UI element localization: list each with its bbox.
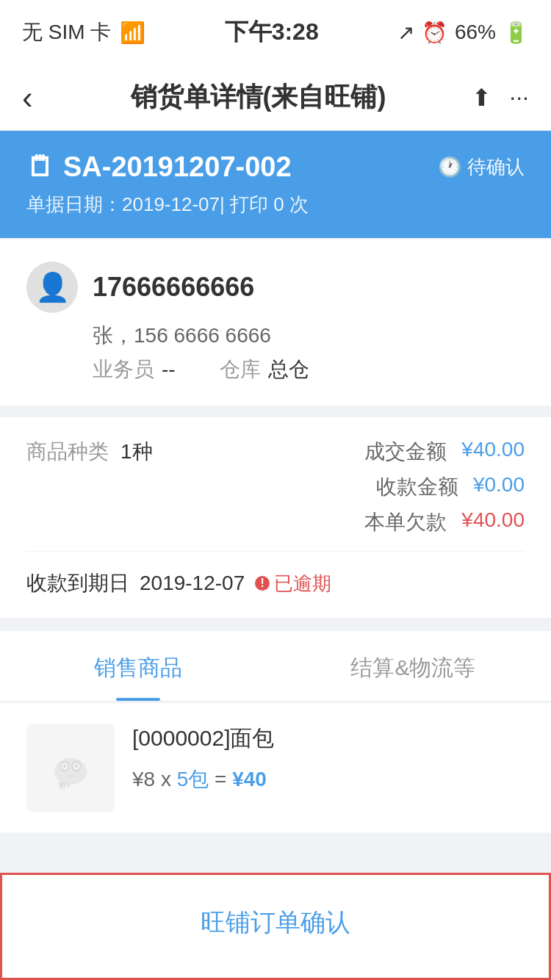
status-time: 下午3:28	[225, 16, 319, 48]
tab-products-label: 销售商品	[94, 655, 182, 680]
alarm-icon: ⏰	[422, 21, 447, 45]
arrears-value: ¥40.00	[461, 508, 525, 536]
carrier-label: 无 SIM 卡	[22, 18, 111, 46]
product-price: ¥8 x	[132, 768, 177, 790]
product-list: 野+ [0000002]面包 ¥8 x 5包 = ¥40	[0, 703, 551, 833]
svg-text:野+: 野+	[59, 782, 71, 790]
sales-rep-value: --	[162, 358, 176, 381]
product-type-value: 1种	[120, 438, 153, 466]
location-icon: ↗	[397, 21, 414, 45]
order-date-info: 单据日期：2019-12-07| 打印 0 次	[26, 192, 525, 217]
product-thumbnail-icon: 野+	[41, 746, 100, 790]
product-type-label: 商品种类	[26, 438, 109, 466]
battery-icon: 🔋	[503, 21, 529, 45]
clock-icon: 🕐	[438, 156, 461, 179]
divider-2	[0, 618, 551, 630]
sales-rep-label: 业务员	[93, 356, 154, 383]
share-icon[interactable]: ⬆	[472, 84, 491, 112]
tab-settlement[interactable]: 结算&物流等	[276, 631, 551, 701]
nav-bar: ‹ 销货单详情(来自旺铺) ⬆ ···	[0, 65, 551, 131]
confirm-button-wrap: 旺铺订单确认	[0, 873, 551, 980]
svg-point-5	[63, 765, 66, 768]
wifi-icon: 📶	[120, 21, 145, 45]
overdue-label: 收款到期日	[26, 569, 129, 597]
status-bar: 无 SIM 卡 📶 下午3:28 ↗ ⏰ 66% 🔋	[0, 0, 551, 65]
arrears-label: 本单欠款	[364, 508, 447, 536]
status-right: ↗ ⏰ 66% 🔋	[397, 21, 529, 45]
customer-detail: 业务员 -- 仓库 总仓	[93, 356, 525, 383]
product-separator: =	[209, 768, 232, 790]
page-title: 销货单详情(来自旺铺)	[131, 79, 386, 115]
date-value: 2019-12-07	[122, 193, 220, 215]
order-status-badge: 🕐 待确认	[438, 154, 525, 180]
received-amount-row: 收款金额 ¥0.00	[376, 473, 525, 501]
transaction-amount-row: 成交金额 ¥40.00	[364, 438, 525, 466]
order-status-label: 待确认	[467, 154, 525, 180]
received-amount-label: 收款金额	[376, 473, 458, 501]
overdue-badge: ! 已逾期	[255, 571, 331, 597]
divider-1	[0, 406, 551, 417]
product-formula: ¥8 x 5包 = ¥40	[132, 765, 525, 793]
product-item: 野+ [0000002]面包 ¥8 x 5包 = ¥40	[0, 703, 551, 833]
more-icon[interactable]: ···	[509, 84, 529, 111]
product-type-info: 商品种类 1种	[26, 438, 153, 466]
transaction-amount-label: 成交金额	[364, 438, 447, 466]
battery-label: 66%	[455, 21, 496, 44]
overdue-card: 收款到期日 2019-12-07 ! 已逾期	[26, 551, 525, 597]
order-id: 🗒 SA-20191207-002	[26, 151, 292, 183]
amounts-info: 成交金额 ¥40.00 收款金额 ¥0.00 本单欠款 ¥40.00	[364, 438, 525, 536]
customer-card: 👤 17666666666 张，156 6666 6666 业务员 -- 仓库 …	[0, 239, 551, 406]
svg-point-6	[75, 765, 78, 768]
product-name: [0000002]面包	[132, 724, 525, 754]
print-info: | 打印 0 次	[220, 193, 309, 215]
warehouse-label: 仓库	[220, 356, 261, 383]
warehouse-value: 总仓	[268, 356, 309, 383]
summary-card: 商品种类 1种 成交金额 ¥40.00 收款金额 ¥0.00 本单欠款 ¥40.…	[0, 417, 551, 618]
customer-phone: 17666666666	[93, 272, 254, 303]
svg-point-0	[54, 758, 87, 785]
date-label: 单据日期：	[26, 193, 122, 215]
tab-products[interactable]: 销售商品	[0, 631, 276, 701]
product-thumbnail: 野+	[26, 724, 115, 812]
confirm-order-label: 旺铺订单确认	[201, 906, 350, 940]
product-total: ¥40	[232, 768, 267, 790]
tab-bar: 销售商品 结算&物流等	[0, 631, 551, 702]
order-header-banner: 🗒 SA-20191207-002 🕐 待确认 单据日期：2019-12-07|…	[0, 131, 551, 238]
overdue-alert-icon: !	[255, 576, 270, 591]
customer-name: 张，156 6666 6666	[93, 322, 525, 350]
order-id-value: SA-20191207-002	[63, 151, 292, 183]
doc-icon: 🗒	[26, 151, 54, 183]
sales-rep-info: 业务员 --	[93, 356, 176, 383]
tab-settlement-label: 结算&物流等	[350, 655, 475, 680]
status-left: 无 SIM 卡 📶	[22, 18, 145, 46]
overdue-date: 2019-12-07	[140, 572, 245, 595]
received-amount-value: ¥0.00	[473, 473, 525, 501]
confirm-order-button[interactable]: 旺铺订单确认	[24, 890, 527, 956]
back-button[interactable]: ‹	[22, 79, 45, 116]
arrears-row: 本单欠款 ¥40.00	[364, 508, 525, 536]
transaction-amount-value: ¥40.00	[461, 438, 525, 466]
warehouse-info: 仓库 总仓	[220, 356, 309, 383]
customer-avatar: 👤	[26, 262, 78, 313]
product-qty: 5包	[177, 768, 209, 790]
overdue-badge-label: 已逾期	[274, 571, 331, 597]
nav-icons: ⬆ ···	[472, 84, 529, 112]
product-info: [0000002]面包 ¥8 x 5包 = ¥40	[132, 724, 525, 812]
